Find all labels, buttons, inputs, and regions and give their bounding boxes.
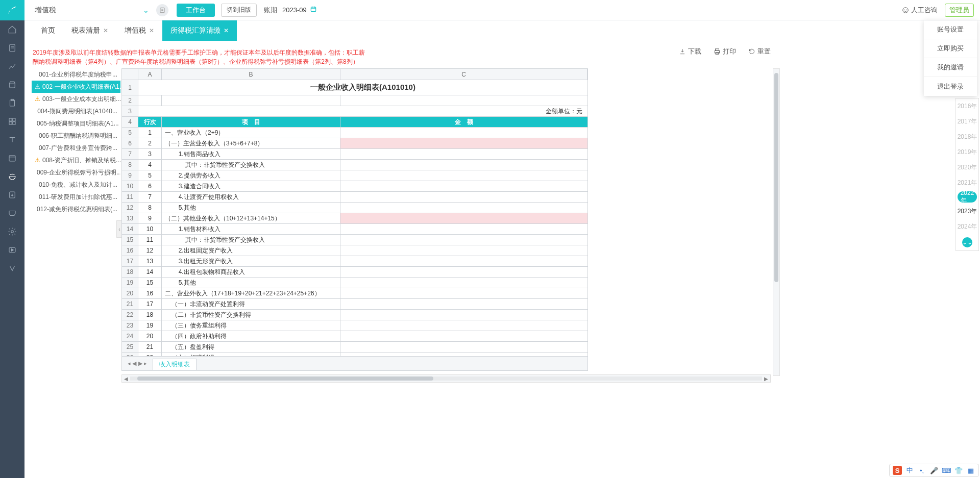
nav-settings-icon[interactable]: [0, 222, 24, 241]
cell-amount[interactable]: [340, 170, 587, 181]
cell-rownum[interactable]: 9: [138, 213, 162, 223]
sheet-nav[interactable]: ◂ ◀ ▶ ▸: [122, 360, 153, 367]
rownum[interactable]: 5: [122, 128, 138, 138]
cell-rownum[interactable]: 4: [138, 160, 162, 170]
rownum[interactable]: 25: [122, 342, 138, 352]
cell-amount[interactable]: [340, 138, 587, 148]
cell-item[interactable]: 1.销售商品收入: [162, 149, 340, 159]
ime-punct-icon[interactable]: •,: [917, 466, 926, 475]
col-header-a[interactable]: A: [138, 69, 162, 80]
sheet-tab[interactable]: 收入明细表: [153, 359, 197, 370]
scroll-left-icon[interactable]: ◀: [122, 376, 130, 382]
cell-amount[interactable]: [340, 203, 587, 213]
print-button[interactable]: 打印: [714, 47, 736, 56]
nav-inbox-icon[interactable]: [0, 204, 24, 222]
cell-rownum[interactable]: 22: [138, 353, 162, 356]
cell-item[interactable]: （一）非流动资产处置利得: [162, 299, 340, 309]
scroll-track[interactable]: [130, 376, 762, 381]
cell-rownum[interactable]: 7: [138, 192, 162, 202]
form-list-item[interactable]: 007-广告费和业务宣传费跨...: [32, 142, 120, 154]
nav-clipboard-icon[interactable]: [0, 94, 24, 112]
rownum[interactable]: 12: [122, 203, 138, 213]
year-more-icon[interactable]: ⌄⌄: [962, 237, 972, 247]
cell-rownum[interactable]: 11: [138, 235, 162, 245]
cell-rownum[interactable]: 5: [138, 170, 162, 181]
cell-amount[interactable]: [340, 160, 587, 170]
cell-amount[interactable]: [340, 267, 587, 277]
cell-item[interactable]: 2.提供劳务收入: [162, 170, 340, 181]
workbench-button[interactable]: 工作台: [177, 4, 215, 17]
rownum[interactable]: 15: [122, 235, 138, 245]
cell-item[interactable]: 5.其他: [162, 278, 340, 288]
form-list-item[interactable]: 004-期间费用明细表(A1040...: [32, 105, 120, 117]
nav-home-icon[interactable]: [0, 20, 24, 39]
nav-doc-icon[interactable]: [0, 39, 24, 57]
cell-item[interactable]: 1.销售材料收入: [162, 224, 340, 234]
cell-amount[interactable]: [340, 310, 587, 320]
cell-amount[interactable]: [340, 353, 587, 356]
rownum[interactable]: 3: [122, 106, 138, 116]
cell-rownum[interactable]: 18: [138, 310, 162, 320]
col-header-b[interactable]: B: [162, 69, 340, 80]
close-icon[interactable]: ✕: [103, 27, 108, 34]
rownum[interactable]: 20: [122, 288, 138, 298]
form-list-item[interactable]: 010-免税、减计收入及加计...: [32, 179, 120, 191]
scroll-thumb[interactable]: [137, 376, 433, 381]
year-item[interactable]: 2022年: [958, 191, 977, 203]
cell[interactable]: [340, 95, 587, 106]
tab[interactable]: 税表清册✕: [63, 20, 116, 41]
rownum[interactable]: 4: [122, 117, 138, 127]
logo[interactable]: [0, 0, 24, 20]
col-header-c[interactable]: C: [340, 69, 587, 80]
rownum[interactable]: 17: [122, 256, 138, 266]
cell-amount[interactable]: [340, 245, 587, 256]
calendar-icon[interactable]: [310, 6, 317, 15]
form-list-item[interactable]: 011-研发费用加计扣除优惠...: [32, 191, 120, 203]
menu-account-settings[interactable]: 账号设置: [924, 20, 977, 39]
year-item[interactable]: 2016年: [956, 98, 978, 114]
form-list-item[interactable]: ⚠002-一般企业收入明细表(A1...: [32, 81, 120, 93]
rownum[interactable]: 9: [122, 170, 138, 181]
cell-item[interactable]: 4.出租包装物和商品收入: [162, 267, 340, 277]
cell-amount[interactable]: [340, 181, 587, 191]
menu-my-invites[interactable]: 我的邀请: [924, 58, 977, 77]
cell-amount[interactable]: [340, 299, 587, 309]
admin-button[interactable]: 管理员: [945, 4, 974, 17]
nav-grid-icon[interactable]: [0, 112, 24, 131]
horizontal-scrollbar[interactable]: ◀ ▶: [121, 374, 771, 383]
form-list-item[interactable]: ⚠003-一般企业成本支出明细...: [32, 93, 120, 105]
cell-item[interactable]: （二）其他业务收入（10+12+13+14+15）: [162, 213, 340, 223]
year-item[interactable]: 2024年: [956, 219, 978, 234]
cell-rownum[interactable]: 16: [138, 288, 162, 298]
nav-calendar-icon[interactable]: [0, 149, 24, 167]
rownum[interactable]: 7: [122, 149, 138, 159]
cell-amount[interactable]: [340, 213, 587, 223]
menu-buy-now[interactable]: 立即购买: [924, 39, 977, 58]
rownum[interactable]: 19: [122, 278, 138, 288]
cell-item[interactable]: 4.让渡资产使用权收入: [162, 192, 340, 202]
form-list-item[interactable]: 009-企业所得税弥亏补亏损明...: [32, 166, 120, 179]
form-list-item[interactable]: 001-企业所得税年度纳税申...: [32, 68, 120, 81]
cell-amount[interactable]: [340, 192, 587, 202]
rownum[interactable]: 11: [122, 192, 138, 202]
menu-logout[interactable]: 退出登录: [924, 77, 977, 96]
rownum[interactable]: 13: [122, 213, 138, 223]
cell-item[interactable]: 其中：非货币性资产交换收入: [162, 235, 340, 245]
rownum[interactable]: 6: [122, 138, 138, 148]
cell[interactable]: [162, 95, 340, 106]
cell-rownum[interactable]: 17: [138, 299, 162, 309]
rownum[interactable]: 23: [122, 320, 138, 331]
cell-rownum[interactable]: 12: [138, 245, 162, 256]
cell-amount[interactable]: [340, 342, 587, 352]
cell-item[interactable]: 3.出租无形资产收入: [162, 256, 340, 266]
form-list-item[interactable]: ⚠008-资产折旧、摊销及纳税...: [32, 154, 120, 166]
cell-item[interactable]: （四）政府补助利得: [162, 331, 340, 341]
year-item[interactable]: 2023年: [956, 204, 978, 219]
cell-amount[interactable]: [340, 320, 587, 331]
cell-item[interactable]: 二、营业外收入（17+18+19+20+21+22+23+24+25+26）: [162, 288, 340, 298]
nav-video-icon[interactable]: [0, 241, 24, 259]
tab[interactable]: 所得税汇算清缴✕: [162, 20, 237, 41]
cell-rownum[interactable]: 21: [138, 342, 162, 352]
rownum[interactable]: 18: [122, 267, 138, 277]
cell-item[interactable]: 5.其他: [162, 203, 340, 213]
